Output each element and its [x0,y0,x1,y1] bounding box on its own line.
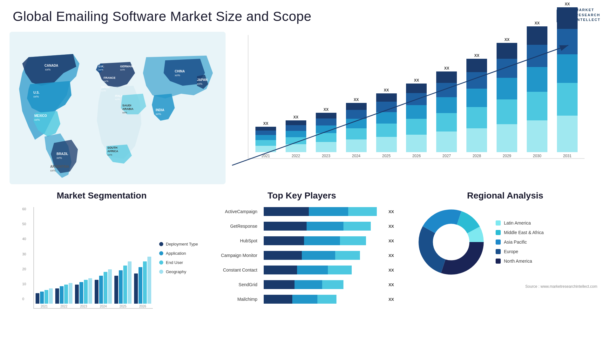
legend-asia-pacific: Asia Pacific [496,239,544,245]
svg-text:AFRICA: AFRICA [107,150,118,153]
player-row-constant-contact: Constant Contact XX [210,266,394,274]
svg-text:xx%: xx% [120,68,125,71]
key-players-section: Top Key Players ActiveCampaign XX GetRes… [203,191,400,356]
page-title: Global Emailing Software Market Size and… [13,9,311,24]
player-row-sendgrid: SendGrid XX [210,280,394,289]
svg-text:INDIA: INDIA [156,108,164,112]
seg-bar-2023: 2023 [75,278,92,308]
bar-2022: XX 2022 [282,115,310,158]
seg-bar-2026: 2026 [134,257,151,308]
svg-text:xx%: xx% [104,80,108,83]
svg-text:xx%: xx% [57,156,62,159]
svg-text:GERMANY: GERMANY [120,65,135,68]
segmentation-legend: Deployment Type Application End User Geo… [156,207,205,309]
bar-2024: XX 2024 [342,98,370,158]
players-title: Top Key Players [203,191,400,201]
player-row-campaign-monitor: Campaign Monitor XX [210,251,394,260]
svg-text:xx%: xx% [175,74,180,77]
growth-chart-section: XX 2021 XX [232,32,597,184]
legend-deployment: Deployment Type [159,242,202,246]
bar-2021: XX 2021 [252,121,280,158]
player-row-getresponse: GetResponse XX [210,222,394,231]
legend-geography: Geography [159,269,202,274]
svg-text:xx%: xx% [156,112,161,116]
svg-text:xx%: xx% [50,169,56,172]
player-row-hubspot: HubSpot XX [210,236,394,245]
donut-chart-svg [416,207,486,277]
svg-text:U.S.: U.S. [33,91,40,94]
bar-2030: XX 2030 [523,21,551,158]
bar-2027: XX 2027 [432,66,461,158]
svg-text:SAUDI: SAUDI [122,104,131,107]
player-row-mailchimp: Mailchimp XX [210,295,394,304]
donut-chart-section: Latin America Middle East & Africa Asia … [410,207,600,277]
regional-analysis-section: Regional Analysis Latin America [410,191,600,356]
seg-bar-2025: 2025 [114,261,132,308]
svg-text:ITALY: ITALY [115,94,123,98]
segmentation-title: Market Segmentation [10,191,194,201]
bar-2026: XX 2026 [403,78,431,158]
legend-north-america: North America [496,259,544,264]
svg-text:xx%: xx% [98,68,103,71]
legend-application: Application [159,251,202,256]
svg-text:SOUTH: SOUTH [107,146,118,149]
seg-bar-2021: 2021 [36,288,53,308]
svg-point-42 [434,225,469,260]
svg-text:U.K.: U.K. [98,65,104,68]
svg-text:JAPAN: JAPAN [197,78,207,82]
player-row-activecampaign: ActiveCampaign XX [210,207,394,216]
seg-bar-2024: 2024 [95,269,112,308]
source-text: Source : www.marketresearchintellect.com [525,284,597,289]
svg-text:xx%: xx% [107,153,112,156]
world-map-section: CANADA xx% U.S. xx% MEXICO xx% BRAZIL xx… [10,32,226,184]
bar-2028: XX 2028 [463,53,491,158]
regional-legend: Latin America Middle East & Africa Asia … [496,220,544,264]
svg-text:CANADA: CANADA [44,64,58,67]
bar-2023: XX 2023 [312,107,340,158]
world-map-svg: CANADA xx% U.S. xx% MEXICO xx% BRAZIL xx… [10,32,226,184]
bar-2029: XX 2029 [493,37,521,158]
market-segmentation-section: Market Segmentation 0 10 20 30 40 50 60 … [10,191,194,356]
legend-latin-america: Latin America [496,220,544,226]
svg-text:xx%: xx% [197,82,202,85]
svg-text:ARABIA: ARABIA [122,107,133,111]
svg-text:xx%: xx% [33,95,39,98]
svg-text:BRAZIL: BRAZIL [57,152,68,156]
svg-text:MEXICO: MEXICO [34,114,47,118]
svg-text:xx%: xx% [115,98,120,101]
svg-text:ARGENTINA: ARGENTINA [50,165,69,168]
svg-text:xx%: xx% [122,111,127,114]
svg-text:SPAIN: SPAIN [101,86,110,89]
regional-title: Regional Analysis [410,191,600,201]
bar-2031: XX 2031 [553,2,581,158]
svg-text:FRANCE: FRANCE [104,76,116,79]
svg-text:CHINA: CHINA [175,70,185,73]
svg-text:xx%: xx% [101,89,106,92]
legend-middle-east-africa: Middle East & Africa [496,230,544,235]
bar-2025: XX 2025 [372,88,401,158]
svg-text:xx%: xx% [45,68,51,71]
legend-end-user: End User [159,260,202,265]
legend-europe: Europe [496,249,544,254]
seg-bar-2022: 2022 [55,283,72,308]
svg-text:xx%: xx% [34,118,40,121]
players-chart: ActiveCampaign XX GetResponse XX [203,207,400,304]
